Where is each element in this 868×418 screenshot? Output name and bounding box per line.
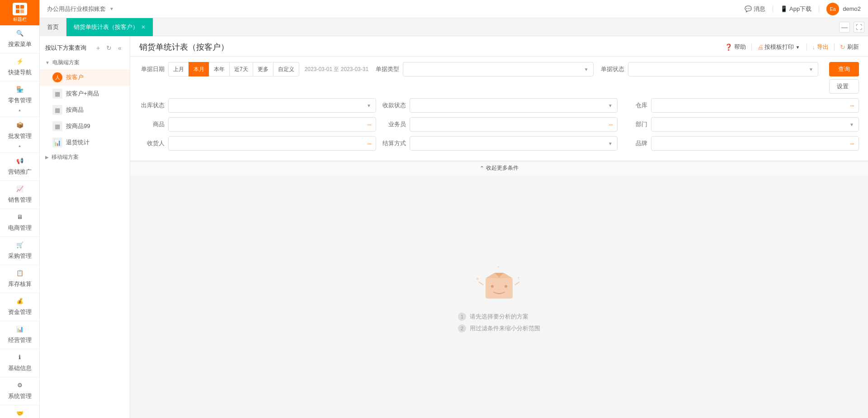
print-icon: 🖨 (757, 43, 764, 51)
sidebar-item-system[interactable]: ⚙ 系统管理 (0, 377, 40, 405)
brand-select[interactable]: ··· (651, 136, 859, 151)
scheme-section-pc: ▼ 电脑端方案 人 按客户 ▦ 按客户+商品 ▦ 按商品 ▦ 按商品99 (40, 56, 130, 151)
goods-icon: ▦ (52, 105, 62, 115)
sidebar-item-label: 采购管理 (8, 252, 32, 260)
tab-maximize-button[interactable]: ⛶ (854, 22, 864, 33)
date-btn-last-month[interactable]: 上月 (168, 62, 189, 76)
dept-select[interactable]: ▼ (651, 117, 859, 132)
dept-dropdown-icon: ▼ (849, 122, 854, 127)
receiver-cell: 收货人 ··· (139, 136, 376, 151)
scheme-section-pc-header[interactable]: ▼ 电脑端方案 (40, 56, 130, 69)
status-dropdown-icon: ▼ (809, 67, 813, 72)
app-download-button[interactable]: 📱 App下载 (780, 5, 811, 13)
scheme-section-mobile-header[interactable]: ▶ 移动端方案 (40, 151, 130, 164)
scheme-item-by-goods99[interactable]: ▦ 按商品99 (40, 118, 130, 134)
sales-icon: 📈 (16, 185, 24, 192)
svg-rect-0 (16, 5, 19, 9)
scheme-item-return-stat[interactable]: 📊 退货统计 (40, 134, 130, 151)
type-select[interactable]: ▼ (403, 62, 593, 76)
empty-tip-1: 1 请先选择要分析的方案 (458, 313, 540, 321)
collapse-bar[interactable]: ⌃ 收起更多条件 (130, 161, 868, 175)
sidebar-item-search-menu[interactable]: 🔍 搜索菜单 (0, 25, 40, 53)
customer-icon: 人 (52, 72, 62, 82)
query-button[interactable]: 查询 (829, 62, 859, 76)
goods-select[interactable]: ··· (168, 117, 376, 132)
customer-goods-icon: ▦ (52, 89, 62, 99)
user-menu-button[interactable]: Ea demo2 (826, 3, 861, 15)
sidebar-item-quick-nav[interactable]: ⚡ 快捷导航 (0, 53, 40, 81)
download-icon: 📱 (780, 5, 788, 12)
filter-row-2: 出库状态 ▼ 收款状态 ▼ 仓库 (139, 98, 859, 113)
scheme-item-by-customer[interactable]: 人 按客户 (40, 69, 130, 86)
scheme-collapse-button[interactable]: « (115, 43, 124, 52)
refresh-button[interactable]: ↻ 刷新 (840, 43, 859, 51)
scheme-panel-actions: + ↻ « (94, 43, 124, 52)
print-caret-icon[interactable]: ▼ (795, 45, 801, 50)
header-actions: 💬 消息 📱 App下载 Ea demo2 (745, 3, 861, 15)
settings-button[interactable]: 设置 (829, 79, 859, 94)
sidebar-item-finance[interactable]: 💰 资金管理 (0, 293, 40, 321)
scheme-panel-title: 按以下方案查询 (45, 44, 86, 52)
tab-sales-stat[interactable]: 销货单统计表（按客户） ✕ (66, 18, 153, 36)
goods-label: 商品 (139, 120, 165, 128)
sidebar-item-purchase[interactable]: 🛒 采购管理 (0, 237, 40, 265)
expand-arrow-icon: ▲ (18, 144, 22, 148)
sidebar-item-operation[interactable]: 📊 经营管理 (0, 321, 40, 349)
salesman-select[interactable]: ··· (410, 117, 618, 132)
empty-illustration: ✦ ✦ ✦ (472, 260, 526, 305)
scheme-add-button[interactable]: + (94, 43, 103, 52)
settlement-select[interactable]: ▼ (410, 136, 618, 151)
date-label: 单据日期 (139, 65, 165, 73)
date-btn-more[interactable]: 更多 (253, 62, 273, 76)
sidebar-item-ecom[interactable]: 🖥 电商管理 (0, 209, 40, 237)
tab-label: 销货单统计表（按客户） (74, 23, 138, 31)
dept-label: 部门 (622, 120, 647, 128)
tab-close-icon[interactable]: ✕ (141, 24, 146, 30)
receipt-dropdown-icon: ▼ (608, 103, 613, 108)
sidebar-item-wholesale[interactable]: 📦 批发管理 ▲ (0, 117, 40, 153)
sidebar-item-enterprise-collab[interactable]: 🤝 企业协同 (0, 405, 40, 418)
date-btn-this-month[interactable]: 本月 (189, 62, 209, 76)
receiver-select[interactable]: ··· (168, 136, 376, 151)
expand-arrow-icon: ▲ (18, 108, 22, 112)
print-button[interactable]: 🖨 按模板打印 ▼ (757, 43, 801, 51)
tab-minimize-button[interactable]: — (839, 22, 850, 33)
receipt-status-select[interactable]: ▼ (410, 98, 618, 113)
sidebar-item-sales[interactable]: 📈 销售管理 (0, 181, 40, 209)
date-btn-last7[interactable]: 近7天 (229, 62, 253, 76)
sidebar-item-inventory[interactable]: 📋 库存核算 (0, 265, 40, 293)
sidebar-item-label: 批发管理 (8, 132, 32, 140)
header-title-area: 办公用品行业模拟账套 ▼ (47, 5, 114, 13)
scheme-item-by-customer-goods[interactable]: ▦ 按客户+商品 (40, 86, 130, 102)
svg-rect-2 (16, 10, 19, 13)
out-status-select[interactable]: ▼ (168, 98, 376, 113)
export-button[interactable]: ↓ 导出 (812, 43, 829, 51)
message-button[interactable]: 💬 消息 (745, 5, 765, 13)
sidebar-item-label: 系统管理 (8, 392, 32, 400)
header-title-dropdown-icon[interactable]: ▼ (109, 6, 114, 11)
data-area: ✦ ✦ ✦ 1 请先选择要分析的方案 2 用过滤条件来缩小分析范围 (130, 175, 868, 418)
scheme-refresh-button[interactable]: ↻ (104, 43, 113, 52)
receiver-more-icon: ··· (367, 140, 371, 147)
sidebar-item-basic-info[interactable]: ℹ 基础信息 (0, 349, 40, 377)
type-label: 单据类型 (374, 65, 399, 73)
sidebar-item-retail[interactable]: 🏪 零售管理 ▲ (0, 81, 40, 117)
wholesale-icon: 📦 (16, 122, 24, 128)
warehouse-label: 仓库 (622, 101, 647, 109)
avatar: Ea (826, 3, 839, 15)
svg-text:✦: ✦ (517, 276, 520, 280)
goods99-icon: ▦ (52, 121, 62, 131)
help-button[interactable]: ❓ 帮助 (725, 43, 746, 51)
status-select[interactable]: ▼ (628, 62, 818, 76)
scheme-item-label: 按客户 (66, 73, 84, 81)
date-btn-custom[interactable]: 自定义 (273, 62, 299, 76)
scheme-item-by-goods[interactable]: ▦ 按商品 (40, 102, 130, 118)
sidebar-item-marketing[interactable]: 📢 营销推广 (0, 153, 40, 181)
page-header: 销货单统计表（按客户） ❓ 帮助 🖨 按模板打印 ▼ ↓ (130, 36, 868, 57)
user-name: demo2 (843, 5, 861, 12)
tab-bar-actions: — ⛶ (839, 22, 868, 33)
warehouse-select[interactable]: ··· (651, 98, 859, 113)
date-btn-this-year[interactable]: 本年 (209, 62, 229, 76)
content-area: 按以下方案查询 + ↻ « ▼ 电脑端方案 人 按客户 ▦ (40, 36, 868, 418)
tab-home[interactable]: 首页 (40, 18, 66, 36)
